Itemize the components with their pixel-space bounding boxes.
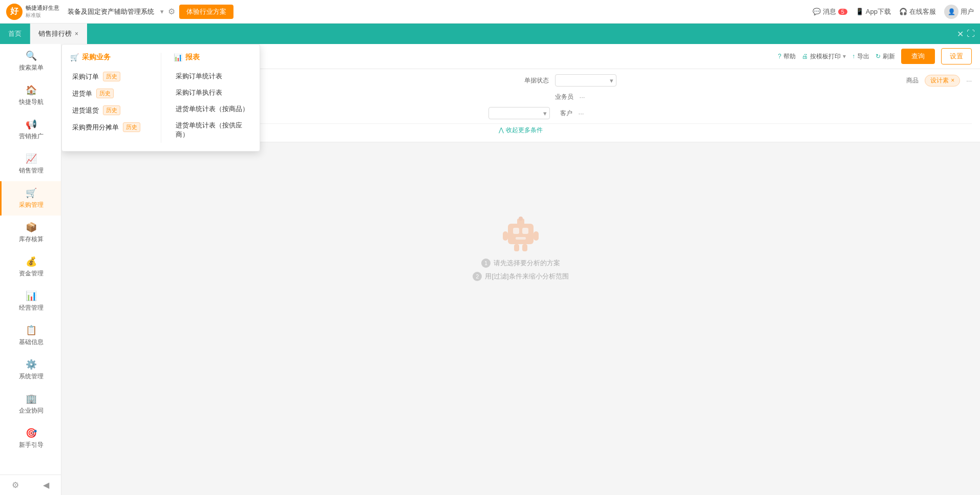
dropdown-item-order-stats[interactable]: 采购订单统计表 [174, 68, 252, 84]
expense-label: 采购费用分摊单 [72, 123, 119, 132]
sidebar-item-inventory[interactable]: 📦 库存核算 [0, 216, 61, 250]
dropdown-item-order-exec[interactable]: 采购订单执行表 [174, 84, 252, 101]
message-icon: 💬 [813, 8, 821, 15]
dropdown-purchase-col: 🛒 采购业务 采购订单 历史 进货单 历史 进货退货 历史 采购费用分摊单 [70, 53, 148, 143]
purchase-icon: 🛒 [26, 187, 37, 199]
dropdown-item-return[interactable]: 进货退货 历史 [70, 102, 148, 119]
export-label: 导出 [857, 52, 869, 61]
header-right: 💬 消息 5 📱 App下载 🎧 在线客服 👤 用户 [813, 5, 974, 19]
svg-rect-6 [503, 231, 508, 241]
notification-btn[interactable]: 💬 消息 5 [813, 7, 847, 16]
customer-select-wrap [488, 107, 550, 119]
svg-rect-1 [513, 228, 519, 234]
user-btn[interactable]: 👤 用户 [944, 5, 974, 19]
empty-tip-2-text: 用[过滤]条件来缩小分析范围 [485, 272, 568, 281]
svg-rect-8 [514, 244, 519, 251]
sidebar-item-system[interactable]: ⚙️ 系统管理 [0, 353, 61, 387]
sidebar-item-finance[interactable]: 💰 资金管理 [0, 250, 61, 284]
incoming-label: 进货单 [72, 89, 92, 98]
sidebar-item-enterprise-label: 企业协同 [19, 406, 44, 415]
salesperson-more[interactable]: ··· [580, 93, 585, 101]
dropdown-item-expense[interactable]: 采购费用分摊单 历史 [70, 119, 148, 136]
sidebar-item-guide[interactable]: 🎯 新手引导 [0, 421, 61, 456]
system-name: 装备及固定资产辅助管理系统 [68, 7, 154, 16]
refresh-btn[interactable]: ↻ 刷新 [876, 52, 895, 61]
print-arrow[interactable]: ▾ [843, 53, 846, 60]
finance-icon: 💰 [26, 256, 37, 267]
sidebar-item-purchase[interactable]: 🛒 采购管理 [0, 181, 61, 216]
customer-more[interactable]: ··· [579, 110, 584, 117]
settings-icon[interactable]: ⚙ [168, 7, 175, 16]
enterprise-icon: 🏢 [26, 393, 37, 404]
incoming-goods-label: 进货单统计表（按商品） [176, 104, 249, 114]
tab-bar: 首页 销售排行榜 × ✕ ⛶ [0, 24, 980, 44]
sidebar-item-operations-label: 经营管理 [19, 304, 44, 312]
help-btn[interactable]: ? 帮助 [778, 52, 796, 61]
goods-label: 商品 [906, 76, 919, 85]
app-download-label: App下载 [866, 7, 891, 16]
incoming-badge: 历史 [96, 89, 114, 98]
customer-select[interactable] [488, 107, 550, 119]
setting-btn[interactable]: 设置 [941, 48, 972, 64]
industry-btn[interactable]: 体验行业方案 [179, 5, 233, 19]
sidebar-item-basic[interactable]: 📋 基础信息 [0, 318, 61, 353]
sidebar-collapse-btn[interactable]: ◀ [43, 480, 49, 490]
customer-label: 客户 [560, 109, 572, 118]
tab-close-window-icon[interactable]: ✕ [957, 29, 964, 39]
search-btn[interactable]: 查询 [901, 49, 935, 64]
empty-num-1: 1 [481, 259, 491, 268]
print-label: 按模板打印 [810, 52, 841, 61]
tab-close-icon[interactable]: × [75, 30, 78, 37]
tab-home[interactable]: 首页 [0, 24, 30, 44]
sidebar: 🔍 搜索菜单 🏠 快捷导航 📢 营销推广 📈 销售管理 🛒 采购管理 📦 库存核… [0, 44, 61, 495]
dropdown-item-incoming-supplier[interactable]: 进货单统计表（按供应商） [174, 117, 252, 143]
salesperson-label: 业务员 [555, 93, 573, 101]
goods-tag: 设计素 × [925, 75, 960, 87]
top-header: 好 畅捷通好生意 标准版 装备及固定资产辅助管理系统 ▾ ⚙ 体验行业方案 💬 … [0, 0, 980, 24]
phone-icon: 📱 [856, 8, 864, 15]
basic-icon: 📋 [26, 325, 37, 336]
sidebar-item-quick-nav[interactable]: 🏠 快捷导航 [0, 78, 61, 113]
sidebar-item-sales[interactable]: 📈 销售管理 [0, 147, 61, 181]
tab-maximize-icon[interactable]: ⛶ [967, 29, 975, 38]
app-download-btn[interactable]: 📱 App下载 [856, 7, 891, 16]
order-stats-label: 采购订单统计表 [176, 72, 222, 81]
print-icon: 🖨 [802, 53, 808, 60]
sidebar-item-operations[interactable]: 📊 经营管理 [0, 284, 61, 318]
system-dropdown-arrow[interactable]: ▾ [160, 8, 164, 15]
guide-icon: 🎯 [26, 427, 37, 439]
help-icon: ? [778, 53, 781, 60]
dropdown-divider [161, 53, 161, 143]
svg-rect-0 [508, 224, 534, 244]
dropdown-item-incoming[interactable]: 进货单 历史 [70, 85, 148, 102]
system-icon: ⚙️ [26, 359, 37, 370]
online-service-btn[interactable]: 🎧 在线客服 [899, 7, 936, 16]
sidebar-settings-btn[interactable]: ⚙ [12, 480, 19, 490]
goods-tag-close[interactable]: × [951, 77, 954, 84]
help-label: 帮助 [783, 52, 796, 61]
sidebar-item-marketing[interactable]: 📢 营销推广 [0, 113, 61, 147]
sidebar-item-enterprise[interactable]: 🏢 企业协同 [0, 387, 61, 421]
tab-actions: ✕ ⛶ [952, 24, 980, 44]
goods-more[interactable]: ··· [966, 77, 972, 84]
sidebar-item-guide-label: 新手引导 [19, 441, 44, 449]
collapse-text: ⋀ 收起更多条件 [499, 126, 542, 134]
export-btn[interactable]: ↑ 导出 [852, 52, 869, 61]
svg-rect-2 [522, 228, 528, 234]
notification-label: 消息 [823, 7, 836, 16]
sidebar-item-purchase-label: 采购管理 [19, 201, 44, 209]
dropdown-item-incoming-goods[interactable]: 进货单统计表（按商品） [174, 101, 252, 117]
empty-tip-1: 1 请先选择要分析的方案 [481, 259, 560, 268]
purchase-order-badge: 历史 [103, 72, 120, 81]
sidebar-item-quick-nav-label: 快捷导航 [19, 98, 44, 106]
tab-sales-rank[interactable]: 销售排行榜 × [30, 24, 87, 44]
user-label: 用户 [961, 7, 974, 16]
dropdown-item-purchase-order[interactable]: 采购订单 历史 [70, 68, 148, 85]
expense-badge: 历史 [123, 122, 140, 132]
print-btn[interactable]: 🖨 按模板打印 ▾ [802, 52, 846, 61]
sidebar-item-search[interactable]: 🔍 搜索菜单 [0, 44, 61, 78]
order-status-select[interactable] [555, 74, 616, 87]
header-nav: 装备及固定资产辅助管理系统 ▾ ⚙ 体验行业方案 [68, 5, 813, 19]
sidebar-item-inventory-label: 库存核算 [19, 235, 44, 244]
headset-icon: 🎧 [899, 8, 907, 15]
